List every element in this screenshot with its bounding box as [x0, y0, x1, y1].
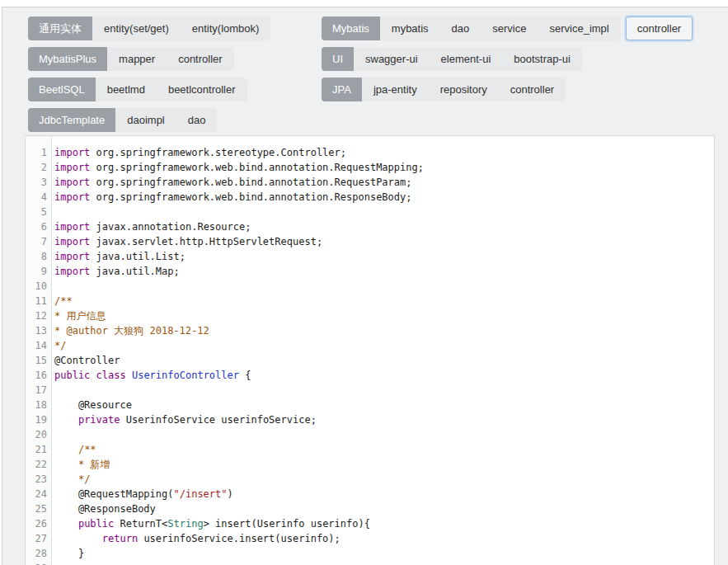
option-controller[interactable]: controller [167, 47, 233, 71]
option-dao[interactable]: dao [440, 16, 481, 40]
line-number: 25 [26, 501, 47, 516]
option-mybatis[interactable]: mybatis [380, 16, 440, 40]
code-token: UserinfoController [132, 370, 239, 381]
line-number: 7 [26, 234, 47, 249]
code-token: @RequestMapping( [54, 488, 174, 500]
page-container: 通用实体entity(set/get)entity(lombok) Mybati… [2, 7, 728, 565]
code-token: org.springframework.web.bind.annotation.… [90, 177, 411, 188]
code-line: public ReturnT<String> insert(Userinfo u… [54, 516, 714, 531]
line-number: 23 [26, 472, 47, 487]
code-line: return userinfoService.insert(userinfo); [54, 531, 714, 546]
line-number-gutter: 1234567891011121314151617181920212223242… [26, 136, 52, 565]
code-area: import org.springframework.stereotype.Co… [52, 136, 714, 565]
line-number: 18 [26, 398, 47, 412]
code-line [54, 561, 714, 565]
code-token: import [54, 221, 90, 233]
line-number: 2 [26, 160, 47, 175]
code-line: @ResponseBody [54, 501, 714, 516]
line-number: 3 [26, 175, 47, 190]
option-controller[interactable]: controller [499, 78, 566, 101]
line-number: 28 [26, 546, 47, 561]
option-dao[interactable]: dao [176, 108, 218, 132]
code-token: private [78, 414, 120, 426]
option-beetlmd[interactable]: beetlmd [96, 78, 157, 101]
button-group-strip: BeetlSQLbeetlmdbeetlcontroller [28, 78, 247, 101]
line-number: 14 [26, 338, 47, 353]
option-entity-lombok-[interactable]: entity(lombok) [181, 16, 271, 40]
line-number: 15 [26, 353, 47, 368]
code-token: ) [228, 488, 233, 500]
line-number: 1 [26, 145, 47, 160]
line-number: 5 [26, 205, 47, 219]
option-bootstrap-ui[interactable]: bootstrap-ui [502, 47, 582, 71]
button-group-strip: 通用实体entity(set/get)entity(lombok) [28, 16, 270, 40]
option-repository[interactable]: repository [429, 78, 499, 101]
line-number: 20 [26, 427, 47, 442]
code-token: import [54, 236, 90, 247]
toolbar-column-2: Mybatismybatisdaoserviceservice_impl con… [322, 16, 693, 132]
button-group-strip: MybatisPlusmappercontroller [28, 47, 234, 71]
button-group-mybatisplus: MybatisPlusmappercontroller [28, 47, 322, 71]
code-token: import [54, 266, 90, 277]
code-line: import org.springframework.stereotype.Co… [54, 145, 714, 160]
option-swagger-ui[interactable]: swagger-ui [354, 47, 430, 71]
code-token: userinfoService.insert(userinfo); [138, 533, 341, 544]
code-token [54, 473, 78, 485]
code-token: public [78, 518, 114, 530]
option-entity-set-get-[interactable]: entity(set/get) [92, 16, 181, 40]
code-line: import java.util.Map; [54, 264, 714, 279]
button-group-beetlsql: BeetlSQLbeetlmdbeetlcontroller [28, 78, 322, 101]
line-number: 9 [26, 264, 47, 279]
line-number: 6 [26, 219, 47, 234]
option-controller[interactable]: controller [626, 16, 693, 40]
code-token: import [54, 162, 90, 173]
code-line: import javax.annotation.Resource; [54, 219, 714, 234]
line-number: 19 [26, 412, 47, 427]
button-group-通用实体: 通用实体entity(set/get)entity(lombok) [28, 16, 322, 40]
code-token: * @author 大狼狗 2018-12-12 [54, 325, 209, 337]
code-token: public class [54, 370, 126, 381]
code-token: import [54, 251, 90, 262]
code-editor[interactable]: 1234567891011121314151617181920212223242… [25, 135, 715, 565]
code-line [54, 427, 714, 442]
option-jpa-entity[interactable]: jpa-entity [362, 78, 429, 101]
code-line [54, 383, 714, 398]
code-line: import org.springframework.web.bind.anno… [54, 160, 714, 175]
code-line: /** [54, 442, 714, 457]
code-token: org.springframework.web.bind.annotation.… [90, 191, 411, 203]
option-mapper[interactable]: mapper [107, 47, 167, 71]
line-number: 13 [26, 323, 47, 338]
line-number: 12 [26, 308, 47, 323]
code-token: /** [78, 444, 96, 455]
button-group-strip: JdbcTemplatedaoimpldao [28, 108, 217, 132]
code-line: import org.springframework.web.bind.anno… [54, 190, 714, 205]
code-token: import [54, 147, 90, 158]
line-number: 16 [26, 368, 47, 383]
code-line: import java.util.List; [54, 249, 714, 264]
group-label-mybatisplus: MybatisPlus [28, 47, 107, 71]
option-beetlcontroller[interactable]: beetlcontroller [157, 78, 247, 101]
code-token: */ [54, 340, 66, 351]
code-line: @Resource [54, 398, 714, 412]
button-group-ui: UIswagger-uielement-uibootstrap-ui [322, 47, 693, 71]
group-label-通用实体: 通用实体 [28, 16, 92, 40]
option-daoimpl[interactable]: daoimpl [115, 108, 176, 132]
option-service_impl[interactable]: service_impl [538, 16, 620, 40]
code-token: import [54, 177, 90, 188]
button-group-mybatis: Mybatismybatisdaoserviceservice_impl con… [322, 16, 693, 40]
code-line: */ [54, 472, 714, 487]
option-service[interactable]: service [481, 16, 538, 40]
code-line: @RequestMapping("/insert") [54, 487, 714, 501]
code-token: */ [78, 473, 90, 485]
option-element-ui[interactable]: element-ui [430, 47, 503, 71]
button-group-jpa: JPAjpa-entityrepositorycontroller [322, 78, 693, 101]
code-token: java.util.Map; [90, 266, 179, 277]
code-token [54, 518, 78, 530]
code-token: @Controller [54, 355, 120, 366]
line-number: 21 [26, 442, 47, 457]
line-number: 11 [26, 294, 47, 308]
group-label-jpa: JPA [322, 78, 362, 101]
code-line: * 用户信息 [54, 308, 714, 323]
code-token: import [54, 191, 90, 203]
button-group-strip: Mybatismybatisdaoserviceservice_impl [322, 16, 621, 40]
